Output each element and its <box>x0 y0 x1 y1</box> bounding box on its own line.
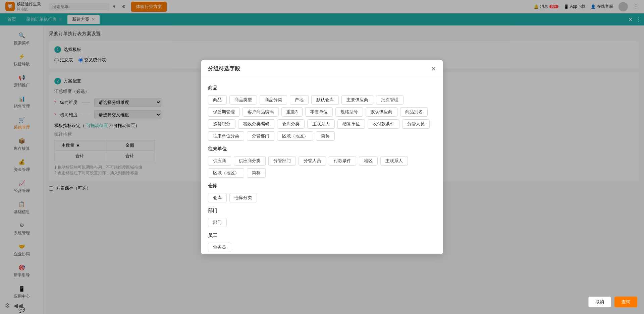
field-tag[interactable]: 零售单位 <box>305 107 333 117</box>
field-tag[interactable]: 默认仓库 <box>311 95 339 105</box>
field-tag[interactable]: 商品 <box>208 95 227 105</box>
cancel-button[interactable]: 取消 <box>588 297 611 307</box>
field-tag[interactable]: 规格型号 <box>335 107 363 117</box>
modal-header: 分组待选字段 ✕ <box>201 60 443 77</box>
modal-body: 商品 商品 商品类型 商品分类 产地 默认仓库 主要供应商 批次管理 保质期管理… <box>201 77 443 254</box>
category-title-dept: 部门 <box>208 208 436 214</box>
field-tag[interactable]: 供应商 <box>208 156 231 166</box>
field-tag[interactable]: 默认供应商 <box>366 107 397 117</box>
field-tag[interactable]: 主联系人 <box>380 156 408 166</box>
field-tag[interactable]: 仓库 <box>208 193 227 202</box>
modal-title: 分组待选字段 <box>208 65 240 72</box>
field-tag[interactable]: 分管部门 <box>247 131 274 141</box>
field-tag[interactable]: 结算单位 <box>337 119 365 129</box>
field-tags-partner: 供应商 供应商分类 分管部门 分管人员 付款条件 地区 主联系人 区域（地区） … <box>208 156 436 178</box>
field-tag[interactable]: 部门 <box>208 218 227 227</box>
field-tag[interactable]: 简称 <box>316 131 335 141</box>
field-tag[interactable]: 简称 <box>247 168 266 178</box>
field-tag[interactable]: 供应商分类 <box>234 156 266 166</box>
field-tag[interactable]: 批次管理 <box>376 95 404 105</box>
field-tag[interactable]: 拣货积分 <box>208 119 235 129</box>
field-tag[interactable]: 仓库分类 <box>277 119 305 129</box>
field-tag[interactable]: 分管部门 <box>268 156 296 166</box>
category-title-warehouse: 仓库 <box>208 183 436 189</box>
field-tag[interactable]: 仓库分类 <box>229 193 257 202</box>
field-tag[interactable]: 分管人员 <box>402 119 430 129</box>
field-tag[interactable]: 主要供应商 <box>341 95 373 105</box>
field-tag[interactable]: 分管人员 <box>299 156 326 166</box>
field-tags-dept: 部门 <box>208 218 436 227</box>
bottom-actions: 取消 查询 <box>588 297 637 307</box>
field-tag[interactable]: 客户商品编码 <box>243 107 279 117</box>
field-tags-goods: 商品 商品类型 商品分类 产地 默认仓库 主要供应商 批次管理 保质期管理 客户… <box>208 95 436 141</box>
field-tags-warehouse: 仓库 仓库分类 <box>208 193 436 202</box>
modal-close-button[interactable]: ✕ <box>431 65 436 73</box>
category-title-goods: 商品 <box>208 85 436 91</box>
field-tag[interactable]: 商品分类 <box>260 95 287 105</box>
confirm-button[interactable]: 查询 <box>614 297 637 307</box>
field-tag[interactable]: 商品别名 <box>400 107 428 117</box>
field-tag[interactable]: 地区 <box>359 156 378 166</box>
field-tag[interactable]: 商品类型 <box>229 95 257 105</box>
field-tag[interactable]: 主联系人 <box>307 119 335 129</box>
modal-overlay: 分组待选字段 ✕ 商品 商品 商品类型 商品分类 产地 默认仓库 主要供应商 批… <box>0 0 644 314</box>
field-tags-staff: 业务员 <box>208 243 436 252</box>
field-tag[interactable]: 付款条件 <box>329 156 356 166</box>
category-title-staff: 员工 <box>208 233 436 239</box>
field-tag[interactable]: 保质期管理 <box>208 107 240 117</box>
field-tag[interactable]: 业务员 <box>208 243 231 252</box>
field-tag[interactable]: 区域（地区） <box>277 131 313 141</box>
field-selection-modal: 分组待选字段 ✕ 商品 商品 商品类型 商品分类 产地 默认仓库 主要供应商 批… <box>201 60 443 254</box>
field-tag[interactable]: 收付款条件 <box>368 119 399 129</box>
field-tag[interactable]: 重量3 <box>281 107 303 117</box>
category-title-partner: 往来单位 <box>208 146 436 152</box>
field-tag[interactable]: 往来单位分类 <box>208 131 244 141</box>
field-tag[interactable]: 税收分类编码 <box>238 119 274 129</box>
field-tag[interactable]: 区域（地区） <box>208 168 244 178</box>
field-tag[interactable]: 产地 <box>290 95 309 105</box>
